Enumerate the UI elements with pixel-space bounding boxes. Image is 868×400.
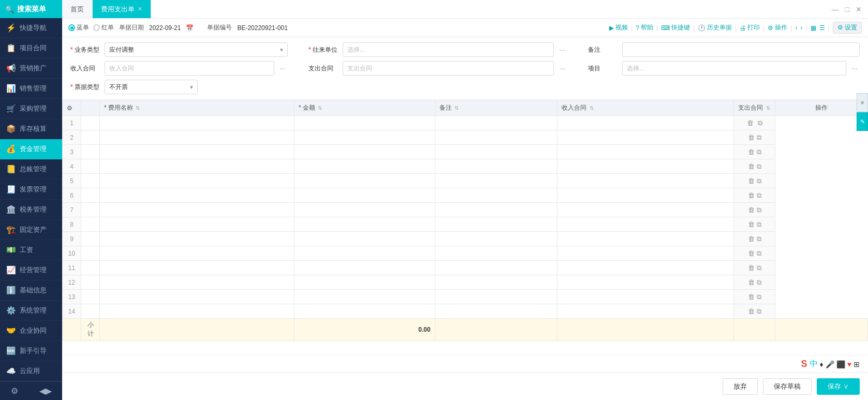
invoice-type-select[interactable]: 不开票 ▼	[105, 80, 198, 94]
save-draft-button[interactable]: 保存草稿	[763, 378, 812, 395]
sidebar-item-purchase[interactable]: 🛒 采购管理	[0, 99, 62, 119]
cell-amount-1[interactable]	[100, 116, 295, 130]
help-button[interactable]: ? 帮助	[636, 23, 653, 32]
copy-row-button[interactable]: ⧉	[757, 307, 761, 315]
income-contract-header[interactable]: 收入合同 ⇅	[557, 100, 734, 116]
sidebar-search[interactable]: 🔍 搜索菜单	[0, 0, 62, 18]
cell-income-contract-1[interactable]	[435, 116, 557, 130]
ops-button[interactable]: ⚙ 操作	[768, 23, 787, 32]
save-button[interactable]: 保存 ∨	[817, 378, 860, 395]
float-icon-2[interactable]: ✎	[857, 112, 868, 131]
video-button[interactable]: ▶ 视频	[609, 23, 628, 32]
delete-row-1-button[interactable]: 🗑	[747, 119, 754, 127]
tab-expense-close[interactable]: ✕	[138, 6, 142, 12]
copy-row-button[interactable]: ⧉	[757, 264, 761, 272]
expense-contract-input[interactable]: 支出合同	[343, 61, 554, 76]
tab-home[interactable]: 首页	[62, 0, 93, 18]
expense-name-header[interactable]: * 费用名称 ⇅	[100, 100, 295, 116]
history-button[interactable]: 🕐 历史单据	[698, 23, 732, 32]
copy-row-button[interactable]: ⧉	[757, 293, 761, 301]
toolbar-right: ▶ 视频 | ? 帮助 | ⌨ 快捷键 | 🕐 历史单据 | 🖨 打印 | ⚙ …	[609, 22, 862, 34]
discard-button[interactable]: 放弃	[723, 378, 758, 395]
biz-type-select[interactable]: 应付调整 ▼	[105, 42, 288, 57]
copy-row-button[interactable]: ⧉	[757, 134, 761, 141]
tab-expense[interactable]: 费用支出单 ✕	[93, 0, 151, 18]
float-icon-1[interactable]: ≡	[857, 93, 868, 112]
sidebar-item-sales[interactable]: 📊 销售管理	[0, 79, 62, 99]
radio-red[interactable]: 红单	[93, 23, 114, 32]
delete-row-button[interactable]: 🗑	[748, 307, 755, 315]
view-grid-button[interactable]: ▦	[811, 24, 816, 32]
delete-row-button[interactable]: 🗑	[748, 191, 755, 199]
amount-header[interactable]: * 金额 ⇅	[295, 100, 435, 116]
delete-row-button[interactable]: 🗑	[748, 293, 755, 301]
radio-blue[interactable]: 蓝单	[68, 23, 89, 32]
income-contract-input[interactable]: 收入合同	[105, 61, 274, 76]
sidebar-settings-icon[interactable]: ⚙	[11, 386, 18, 396]
date-value: 2022-09-21	[149, 24, 181, 32]
counterpart-input[interactable]: 选择...	[343, 42, 554, 57]
delete-row-button[interactable]: 🗑	[748, 148, 755, 156]
sidebar-item-capital[interactable]: 💰 资金管理	[0, 139, 62, 159]
sidebar-item-label: 销售管理	[20, 84, 47, 93]
delete-row-button[interactable]: 🗑	[748, 249, 755, 257]
expense-contract-header[interactable]: 支出合同 ⇅	[734, 100, 775, 116]
sidebar-item-tax[interactable]: 🏛️ 税务管理	[0, 200, 62, 220]
nav-prev-button[interactable]: ‹	[795, 24, 797, 32]
sidebar-item-basic-info[interactable]: ℹ️ 基础信息	[0, 280, 62, 301]
sidebar-item-marketing[interactable]: 📢 营销推广	[0, 58, 62, 79]
copy-row-1-button[interactable]: ⧉	[758, 119, 762, 127]
delete-row-button[interactable]: 🗑	[748, 220, 755, 228]
calendar-icon[interactable]: 📅	[186, 24, 194, 32]
delete-row-button[interactable]: 🗑	[748, 134, 755, 141]
sidebar-item-accounting[interactable]: 📒 总账管理	[0, 159, 62, 180]
sidebar-item-new-guide[interactable]: 🆕 新手引导	[0, 341, 62, 361]
shortcut-button[interactable]: ⌨ 快捷键	[661, 23, 690, 32]
delete-row-button[interactable]: 🗑	[748, 264, 755, 272]
copy-row-button[interactable]: ⧉	[757, 148, 761, 156]
project-dots[interactable]: ···	[849, 64, 860, 72]
copy-row-button[interactable]: ⧉	[757, 206, 761, 214]
sidebar-audio-icon[interactable]: ◀▶	[39, 386, 52, 396]
copy-row-button[interactable]: ⧉	[757, 177, 761, 185]
window-maximize-button[interactable]: □	[843, 5, 851, 13]
sidebar-item-fixed-assets[interactable]: 🏗️ 固定资产	[0, 220, 62, 240]
counterpart-field: 往来单位 选择... ···	[308, 42, 567, 57]
project-input[interactable]: 选择...	[622, 61, 846, 76]
delete-row-button[interactable]: 🗑	[748, 162, 755, 170]
view-list-button[interactable]: ☰	[819, 24, 825, 32]
settings-button[interactable]: ⚙ 设置	[833, 22, 862, 34]
sidebar-item-inventory[interactable]: 📦 库存核算	[0, 119, 62, 139]
remark-input[interactable]	[622, 42, 860, 57]
copy-row-button[interactable]: ⧉	[757, 191, 761, 199]
sidebar-item-cloud-apps[interactable]: ☁️ 云应用	[0, 361, 62, 381]
delete-row-button[interactable]: 🗑	[748, 206, 755, 214]
sidebar-item-project-contract[interactable]: 📋 项目合同	[0, 38, 62, 58]
cell-remark-1[interactable]	[295, 116, 435, 130]
sidebar-item-operation[interactable]: 📈 经营管理	[0, 260, 62, 280]
income-contract-dots[interactable]: ···	[277, 64, 288, 72]
sidebar-item-invoice[interactable]: 🧾 发票管理	[0, 180, 62, 200]
copy-row-button[interactable]: ⧉	[757, 235, 761, 243]
gear-column-header[interactable]: ⚙	[63, 100, 81, 116]
nav-next-button[interactable]: ›	[800, 24, 802, 32]
cell-expense-name-1[interactable]	[81, 116, 100, 130]
expense-contract-dots[interactable]: ···	[557, 64, 567, 72]
copy-row-button[interactable]: ⧉	[757, 249, 761, 257]
copy-row-button[interactable]: ⧉	[757, 162, 761, 170]
copy-row-button[interactable]: ⧉	[757, 220, 761, 228]
window-close-button[interactable]: ✕	[854, 5, 864, 13]
sidebar-item-salary[interactable]: 💵 工资	[0, 240, 62, 260]
sidebar-item-quick-nav[interactable]: ⚡ 快捷导航	[0, 18, 62, 38]
counterpart-dots[interactable]: ···	[557, 46, 567, 54]
delete-row-button[interactable]: 🗑	[748, 177, 755, 185]
copy-row-button[interactable]: ⧉	[757, 278, 761, 286]
remark-header[interactable]: 备注 ⇅	[435, 100, 557, 116]
delete-row-button[interactable]: 🗑	[748, 235, 755, 243]
window-minimize-button[interactable]: —	[830, 5, 841, 13]
sidebar-item-system[interactable]: ⚙️ 系统管理	[0, 301, 62, 321]
print-button[interactable]: 🖨 打印	[740, 23, 760, 32]
delete-row-button[interactable]: 🗑	[748, 278, 755, 286]
sidebar-item-enterprise[interactable]: 🤝 企业协同	[0, 321, 62, 341]
cell-expense-contract-1[interactable]	[557, 116, 734, 130]
